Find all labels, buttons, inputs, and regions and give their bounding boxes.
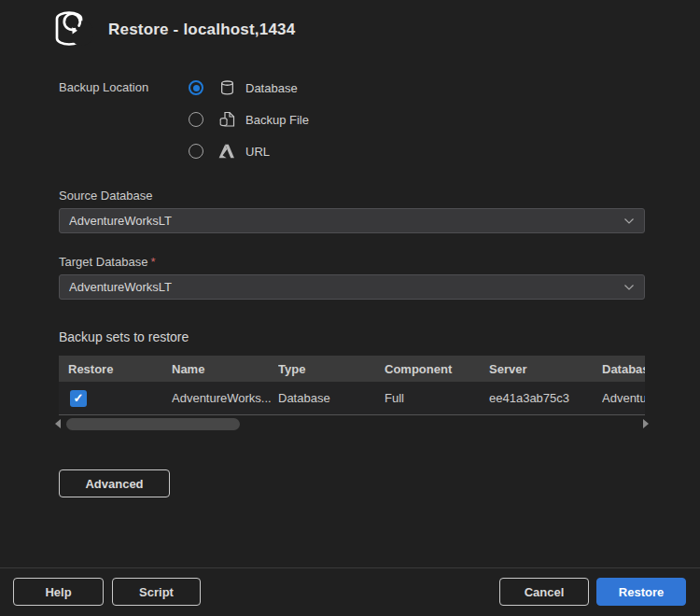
column-header-name: Name	[172, 362, 278, 376]
dialog-header: Restore - localhost,1434	[0, 0, 700, 52]
restore-database-icon	[53, 9, 96, 50]
horizontal-scrollbar[interactable]	[53, 417, 651, 430]
radio-option-url[interactable]: URL	[189, 135, 309, 167]
table-header-row: Restore Name Type Component Server Datab…	[59, 356, 645, 382]
target-database-label: Target Database*	[59, 255, 645, 269]
backup-file-icon	[217, 111, 236, 128]
azure-icon	[217, 144, 236, 159]
radio-label-url: URL	[245, 145, 270, 159]
scrollbar-thumb[interactable]	[66, 418, 240, 430]
cell-component: Full	[385, 391, 489, 405]
scrollbar-track[interactable]	[63, 417, 641, 430]
target-database-select[interactable]: AdventureWorksLT	[59, 274, 645, 300]
scroll-right-button[interactable]	[641, 417, 651, 430]
required-asterisk: *	[150, 255, 155, 269]
backup-location-label: Backup Location	[59, 72, 189, 167]
script-button[interactable]: Script	[112, 578, 201, 606]
radio-option-backup-file[interactable]: Backup File	[189, 104, 309, 135]
cancel-button[interactable]: Cancel	[499, 578, 589, 606]
scroll-right-arrow-icon	[643, 419, 649, 428]
chevron-down-icon	[623, 280, 635, 294]
page-title: Restore - localhost,1434	[108, 21, 295, 39]
restore-button[interactable]: Restore	[596, 578, 686, 606]
radio-label-database: Database	[245, 81, 298, 95]
cell-database: AdventureWorksLT	[602, 391, 645, 405]
help-button[interactable]: Help	[13, 578, 104, 606]
backup-sets-label: Backup sets to restore	[59, 329, 645, 344]
column-header-server: Server	[489, 362, 602, 376]
check-icon: ✓	[74, 391, 84, 405]
table-row: ✓ AdventureWorks... Database Full ee41a3…	[59, 382, 645, 414]
database-icon	[217, 79, 236, 96]
radio-label-backup-file: Backup File	[245, 113, 309, 127]
column-header-restore: Restore	[68, 362, 172, 376]
backup-location-radio-group: Database Backup File	[189, 72, 309, 167]
scroll-left-button[interactable]	[53, 417, 63, 430]
backup-sets-table: Restore Name Type Component Server Datab…	[59, 356, 645, 415]
column-header-database: Database	[602, 362, 645, 376]
radio-button-url[interactable]	[189, 144, 203, 159]
restore-checkbox[interactable]: ✓	[70, 390, 87, 407]
source-database-value: AdventureWorksLT	[69, 214, 623, 228]
target-database-value: AdventureWorksLT	[69, 280, 623, 294]
restore-dialog: Restore - localhost,1434 Backup Location…	[0, 0, 700, 497]
column-header-component: Component	[385, 362, 489, 376]
dialog-footer: Help Script Cancel Restore	[0, 567, 700, 616]
cell-server: ee41a3ab75c3	[489, 391, 602, 405]
source-database-select[interactable]: AdventureWorksLT	[59, 208, 645, 233]
column-header-type: Type	[278, 362, 385, 376]
radio-button-database[interactable]	[189, 80, 203, 95]
scroll-left-arrow-icon	[55, 419, 61, 428]
chevron-down-icon	[623, 214, 635, 228]
radio-option-database[interactable]: Database	[189, 72, 309, 104]
source-database-label: Source Database	[59, 189, 645, 203]
radio-button-backup-file[interactable]	[189, 112, 203, 127]
cell-name: AdventureWorks...	[172, 391, 278, 405]
cell-type: Database	[278, 391, 385, 405]
advanced-button[interactable]: Advanced	[59, 469, 170, 497]
